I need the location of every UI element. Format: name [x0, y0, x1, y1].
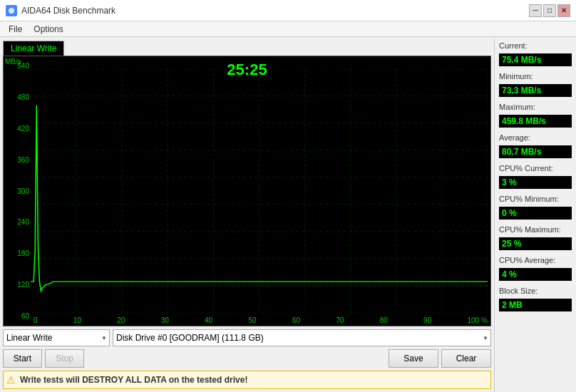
cpu-current-label: CPU% Current: — [499, 164, 572, 172]
y-label-420: 420 — [5, 125, 29, 133]
close-button[interactable]: ✕ — [557, 4, 570, 17]
main-content: Linear Write MB/s 25:25 540 480 420 360 … — [0, 37, 576, 392]
menu-options[interactable]: Options — [28, 23, 68, 36]
y-label-120: 120 — [5, 281, 29, 289]
maximize-button[interactable]: □ — [543, 4, 556, 17]
x-label-60: 60 — [292, 316, 300, 324]
warning-text: Write tests will DESTROY ALL DATA on the… — [20, 375, 247, 385]
title-bar: AIDA64 Disk Benchmark ─ □ ✕ — [0, 0, 576, 21]
y-label-360: 360 — [5, 156, 29, 164]
drive-dropdown[interactable]: Disk Drive #0 [GOODRAM] (111.8 GB) — [113, 329, 491, 346]
x-label-20: 20 — [117, 316, 125, 324]
y-label-60: 60 — [5, 312, 29, 320]
y-label-480: 480 — [5, 93, 29, 101]
y-label-300: 300 — [5, 187, 29, 195]
average-value: 80.7 MB/s — [499, 145, 572, 158]
cpu-current-value: 3 % — [499, 176, 572, 189]
cpu-average-label: CPU% Average: — [499, 256, 572, 264]
right-panel: Current: 75.4 MB/s Minimum: 73.3 MB/s Ma… — [494, 37, 576, 392]
window-controls[interactable]: ─ □ ✕ — [529, 4, 570, 17]
x-label-90: 90 — [423, 316, 431, 324]
cpu-average-value: 4 % — [499, 268, 572, 281]
drive-wrapper: Disk Drive #0 [GOODRAM] (111.8 GB) — [113, 329, 491, 346]
left-panel: Linear Write MB/s 25:25 540 480 420 360 … — [0, 37, 494, 392]
control-row-dropdowns: Linear Write Disk Drive #0 [GOODRAM] (11… — [3, 329, 491, 346]
x-label-70: 70 — [336, 316, 344, 324]
minimize-button[interactable]: ─ — [529, 4, 542, 17]
cpu-minimum-value: 0 % — [499, 207, 572, 220]
chart-container: MB/s 25:25 540 480 420 360 300 240 180 1… — [3, 56, 491, 326]
maximum-label: Maximum: — [499, 103, 572, 111]
cpu-maximum-label: CPU% Maximum: — [499, 225, 572, 234]
block-size-label: Block Size: — [499, 287, 572, 295]
current-value: 75.4 MB/s — [499, 53, 572, 66]
clear-button[interactable]: Clear — [441, 349, 491, 368]
x-label-10: 10 — [73, 316, 81, 324]
x-label-30: 30 — [161, 316, 169, 324]
start-button[interactable]: Start — [3, 349, 42, 368]
control-row-buttons: Start Stop Save Clear — [3, 349, 491, 368]
title-bar-left: AIDA64 Disk Benchmark — [6, 5, 115, 16]
y-label-240: 240 — [5, 218, 29, 226]
average-label: Average: — [499, 133, 572, 142]
tab-bar: Linear Write — [0, 37, 494, 56]
stop-button[interactable]: Stop — [45, 349, 84, 368]
window-title: AIDA64 Disk Benchmark — [21, 6, 115, 16]
chart-svg — [31, 69, 488, 313]
x-label-0: 0 — [34, 316, 38, 324]
warning-bar: ⚠ Write tests will DESTROY ALL DATA on t… — [3, 371, 491, 389]
x-axis: 0 10 20 30 40 50 60 70 80 90 100 % — [31, 315, 490, 326]
x-label-80: 80 — [380, 316, 388, 324]
test-type-dropdown[interactable]: Linear Write — [3, 329, 110, 346]
tab-linear-write[interactable]: Linear Write — [3, 41, 64, 56]
save-button[interactable]: Save — [389, 349, 438, 368]
app-icon — [6, 5, 17, 16]
svg-point-0 — [9, 8, 14, 14]
warning-icon: ⚠ — [6, 374, 16, 386]
x-label-40: 40 — [205, 316, 212, 324]
cpu-minimum-label: CPU% Minimum: — [499, 195, 572, 203]
y-label-180: 180 — [5, 249, 29, 257]
menu-bar: File Options — [0, 21, 576, 37]
test-type-wrapper: Linear Write — [3, 329, 110, 346]
block-size-value: 2 MB — [499, 299, 572, 311]
x-label-100: 100 % — [468, 316, 488, 324]
bottom-controls: Linear Write Disk Drive #0 [GOODRAM] (11… — [0, 326, 494, 392]
cpu-maximum-value: 25 % — [499, 237, 572, 250]
current-label: Current: — [499, 41, 572, 50]
y-label-540: 540 — [5, 62, 29, 70]
maximum-value: 459.8 MB/s — [499, 115, 572, 128]
y-axis: 540 480 420 360 300 240 180 120 60 — [4, 56, 31, 326]
minimum-value: 73.3 MB/s — [499, 84, 572, 97]
minimum-label: Minimum: — [499, 72, 572, 81]
menu-file[interactable]: File — [3, 23, 28, 36]
x-label-50: 50 — [248, 316, 256, 324]
